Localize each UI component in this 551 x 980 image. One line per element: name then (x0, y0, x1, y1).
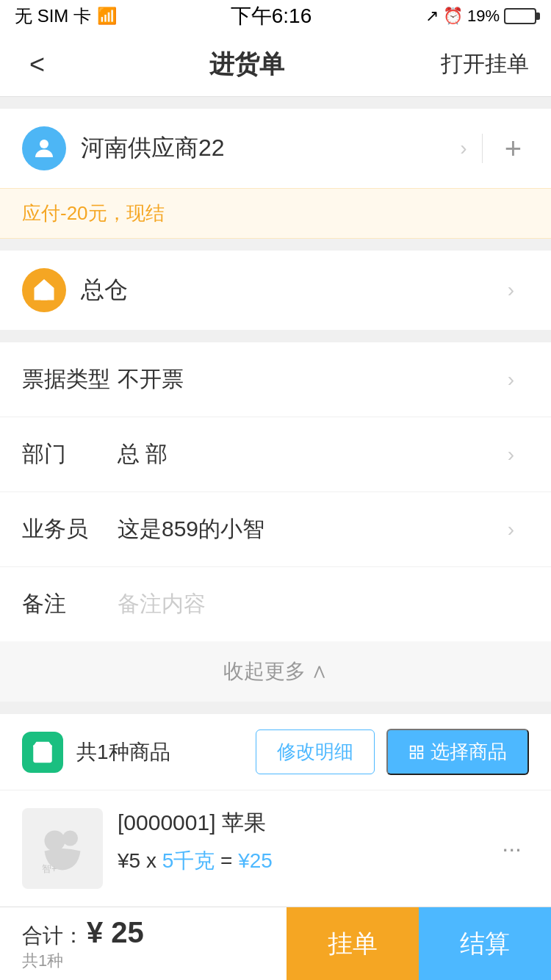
product-title: 苹果 (222, 810, 266, 835)
product-more-button[interactable]: ··· (494, 835, 529, 862)
invoice-chevron-icon: › (508, 368, 514, 392)
supplier-chevron-icon: › (460, 137, 467, 160)
home-icon (31, 277, 57, 303)
back-button[interactable]: < (22, 42, 52, 87)
svg-point-8 (62, 831, 78, 846)
alarm-icon: ⏰ (443, 7, 463, 26)
settle-button[interactable]: 结算 (419, 907, 551, 980)
invoice-value: 不开票 (118, 364, 508, 394)
cart-icon (30, 740, 55, 765)
location-icon: ↗ (425, 7, 439, 26)
invoice-label: 票据类型 (22, 364, 118, 394)
department-row[interactable]: 部门 总 部 › (0, 417, 551, 491)
edit-detail-button[interactable]: 修改明细 (256, 729, 375, 774)
total-label: 合计： (22, 922, 84, 950)
supplier-section: 河南供应商22 › + 应付-20元，现结 (0, 109, 551, 239)
status-right: ↗ ⏰ 19% (425, 7, 536, 26)
remark-label: 备注 (22, 589, 118, 619)
salesman-row[interactable]: 业务员 这是859的小智 › (0, 491, 551, 566)
invoice-row[interactable]: 票据类型 不开票 › (0, 342, 551, 417)
select-product-button[interactable]: 选择商品 (386, 729, 529, 775)
remark-row[interactable]: 备注 备注内容 (0, 566, 551, 641)
person-icon (31, 135, 57, 162)
battery-icon (504, 8, 536, 24)
salesman-chevron-icon: › (508, 518, 514, 541)
status-bar: 无 SIM 卡 📶 下午6:16 ↗ ⏰ 19% (0, 0, 551, 32)
svg-rect-1 (41, 292, 48, 300)
price-total: ¥25 (238, 849, 273, 872)
form-section: 票据类型 不开票 › 部门 总 部 › 业务员 这是859的小智 › 备注 备注… (0, 342, 551, 641)
product-count-text: 共1种商品 (76, 738, 256, 766)
department-label: 部门 (22, 439, 118, 469)
product-placeholder-icon: 智+ (37, 823, 88, 874)
status-carrier: 无 SIM 卡 📶 (15, 4, 117, 28)
battery-percent: 19% (467, 7, 500, 26)
svg-rect-4 (418, 746, 422, 750)
total-amount: ¥ 25 (87, 916, 144, 949)
price-base: ¥5 x (118, 849, 162, 872)
price-qty: 5千克 (162, 849, 215, 872)
select-product-icon (408, 744, 425, 760)
total-section: 合计： ¥ 25 共1种 (0, 907, 287, 980)
warehouse-section: 总仓 › (0, 251, 551, 330)
open-hang-button[interactable]: 打开挂单 (441, 49, 529, 79)
product-thumbnail: 智+ (22, 808, 103, 889)
supplier-notice: 应付-20元，现结 (0, 188, 551, 239)
product-code: [0000001] (118, 810, 222, 835)
supplier-divider (482, 134, 483, 163)
salesman-label: 业务员 (22, 514, 118, 544)
section-gap-1 (0, 97, 551, 109)
svg-rect-3 (411, 746, 415, 750)
svg-text:智+: 智+ (42, 864, 57, 874)
hang-button[interactable]: 挂单 (287, 907, 419, 980)
svg-point-0 (40, 140, 48, 148)
total-row: 合计： ¥ 25 (22, 916, 264, 950)
select-product-label: 选择商品 (431, 739, 507, 765)
page-title: 进货单 (209, 48, 284, 82)
add-supplier-button[interactable]: + (497, 132, 529, 165)
department-value: 总 部 (118, 439, 508, 469)
supplier-avatar (22, 126, 66, 170)
section-gap-3 (0, 330, 551, 342)
department-chevron-icon: › (508, 443, 514, 466)
supplier-name: 河南供应商22 (81, 132, 460, 165)
wifi-icon: 📶 (97, 7, 117, 26)
product-header: 共1种商品 修改明细 选择商品 (0, 713, 551, 790)
salesman-value: 这是859的小智 (118, 514, 508, 544)
product-name: [0000001] 苹果 (118, 808, 494, 838)
total-sub: 共1种 (22, 950, 264, 972)
product-price: ¥5 x 5千克 = ¥25 (118, 847, 494, 875)
svg-rect-5 (418, 753, 422, 757)
price-eq: = (220, 849, 238, 872)
svg-point-7 (45, 831, 65, 851)
collapse-button[interactable]: 收起更多 ∧ (0, 641, 551, 702)
status-time: 下午6:16 (231, 2, 312, 30)
warehouse-row[interactable]: 总仓 › (0, 251, 551, 330)
product-count-icon (22, 732, 63, 773)
supplier-row[interactable]: 河南供应商22 › + (0, 109, 551, 188)
bottom-bar: 合计： ¥ 25 共1种 挂单 结算 (0, 907, 551, 980)
section-gap-4 (0, 702, 551, 713)
warehouse-icon (22, 268, 66, 312)
product-info: [0000001] 苹果 ¥5 x 5千克 = ¥25 (118, 808, 494, 875)
carrier-text: 无 SIM 卡 (15, 4, 91, 28)
warehouse-name: 总仓 (81, 274, 508, 306)
product-item: 智+ [0000001] 苹果 ¥5 x 5千克 = ¥25 ··· (0, 790, 551, 907)
remark-input[interactable]: 备注内容 (118, 589, 529, 619)
nav-bar: < 进货单 打开挂单 (0, 32, 551, 97)
warehouse-chevron-icon: › (508, 278, 514, 302)
svg-rect-6 (411, 753, 415, 757)
section-gap-2 (0, 239, 551, 251)
